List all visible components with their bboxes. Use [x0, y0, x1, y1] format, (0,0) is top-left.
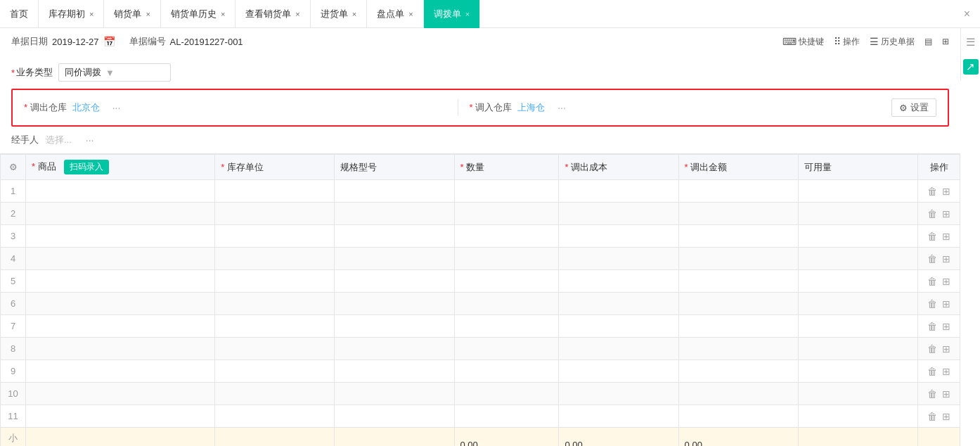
person-more-button[interactable]: ··· — [86, 134, 94, 146]
delete-icon-11[interactable]: 🗑 — [927, 411, 937, 422]
th-gear[interactable]: ⚙ — [1, 155, 26, 180]
unit-cell-5[interactable] — [215, 270, 335, 293]
sidebar-export-icon[interactable]: ↗ — [963, 59, 979, 75]
amount-cell-5[interactable] — [678, 270, 798, 293]
copy-icon-2[interactable]: ⊞ — [942, 208, 950, 219]
unit-cell-9[interactable] — [215, 360, 335, 383]
tab-inventory-check[interactable]: 盘点单 × — [367, 0, 423, 28]
copy-icon-7[interactable]: ⊞ — [942, 321, 950, 332]
product-cell-8[interactable] — [26, 338, 215, 360]
spec-cell-5[interactable] — [335, 270, 454, 293]
spec-cell-4[interactable] — [335, 248, 454, 270]
amount-cell-6[interactable] — [678, 293, 798, 315]
qty-cell-4[interactable] — [454, 248, 559, 270]
amount-cell-8[interactable] — [678, 338, 798, 360]
copy-icon-6[interactable]: ⊞ — [942, 298, 950, 310]
cost-cell-4[interactable] — [559, 248, 678, 270]
tab-close-inventory-check[interactable]: × — [408, 10, 413, 18]
spec-cell-2[interactable] — [335, 203, 454, 225]
tab-close-view-sales[interactable]: × — [295, 10, 299, 18]
unit-cell-7[interactable] — [215, 315, 335, 338]
cost-cell-2[interactable] — [559, 203, 678, 225]
in-warehouse-value[interactable]: 上海仓 — [517, 101, 545, 114]
cost-cell-6[interactable] — [559, 293, 678, 315]
qty-cell-6[interactable] — [454, 293, 559, 315]
tab-sales-order[interactable]: 销货单 × — [104, 0, 160, 28]
product-cell-7[interactable] — [26, 315, 215, 338]
qty-cell-3[interactable] — [454, 225, 559, 248]
product-cell-2[interactable] — [26, 203, 215, 225]
in-warehouse-more-button[interactable]: ··· — [557, 102, 566, 113]
delete-icon-5[interactable]: 🗑 — [927, 276, 937, 287]
unit-cell-4[interactable] — [215, 248, 335, 270]
amount-cell-7[interactable] — [678, 315, 798, 338]
spec-cell-8[interactable] — [335, 338, 454, 360]
spec-cell-6[interactable] — [335, 293, 454, 315]
qty-cell-5[interactable] — [454, 270, 559, 293]
tab-inventory-init[interactable]: 库存期初 × — [39, 0, 104, 28]
copy-icon-5[interactable]: ⊞ — [942, 276, 950, 287]
copy-icon-1[interactable]: ⊞ — [942, 186, 950, 197]
qty-cell-11[interactable] — [454, 405, 559, 428]
amount-cell-4[interactable] — [678, 248, 798, 270]
qty-cell-8[interactable] — [454, 338, 559, 360]
unit-cell-11[interactable] — [215, 405, 335, 428]
delete-icon-8[interactable]: 🗑 — [927, 343, 937, 355]
out-warehouse-value[interactable]: 北京仓 — [72, 101, 100, 114]
out-warehouse-more-button[interactable]: ··· — [112, 102, 121, 113]
product-cell-4[interactable] — [26, 248, 215, 270]
tab-transfer[interactable]: 调拨单 × — [424, 0, 480, 28]
settings-button[interactable]: ⚙ 设置 — [891, 98, 936, 117]
copy-icon-11[interactable]: ⊞ — [942, 411, 950, 422]
shortcuts-button[interactable]: ⌨ 快捷键 — [782, 36, 824, 48]
spec-cell-3[interactable] — [335, 225, 454, 248]
spec-cell-7[interactable] — [335, 315, 454, 338]
delete-icon-10[interactable]: 🗑 — [927, 388, 937, 400]
delete-icon-7[interactable]: 🗑 — [927, 321, 937, 332]
product-cell-1[interactable] — [26, 180, 215, 203]
operations-button[interactable]: ⠿ 操作 — [834, 36, 860, 48]
amount-cell-1[interactable] — [678, 180, 798, 203]
spec-cell-9[interactable] — [335, 360, 454, 383]
cost-cell-7[interactable] — [559, 315, 678, 338]
product-cell-6[interactable] — [26, 293, 215, 315]
layout-button2[interactable]: ⊞ — [942, 37, 949, 46]
cost-cell-1[interactable] — [559, 180, 678, 203]
calendar-icon[interactable]: 📅 — [103, 36, 115, 47]
cost-cell-8[interactable] — [559, 338, 678, 360]
copy-icon-8[interactable]: ⊞ — [942, 343, 950, 355]
unit-cell-1[interactable] — [215, 180, 335, 203]
copy-icon-3[interactable]: ⊞ — [942, 231, 950, 242]
amount-cell-9[interactable] — [678, 360, 798, 383]
delete-icon-4[interactable]: 🗑 — [927, 253, 937, 265]
tab-purchase-order[interactable]: 进货单 × — [311, 0, 367, 28]
delete-icon-1[interactable]: 🗑 — [927, 186, 937, 197]
copy-icon-4[interactable]: ⊞ — [942, 253, 950, 265]
product-cell-5[interactable] — [26, 270, 215, 293]
amount-cell-10[interactable] — [678, 383, 798, 405]
copy-icon-10[interactable]: ⊞ — [942, 388, 950, 400]
layout-button1[interactable]: ▤ — [924, 37, 932, 46]
copy-icon-9[interactable]: ⊞ — [942, 366, 950, 377]
scan-button[interactable]: 扫码录入 — [64, 160, 109, 174]
gear-icon[interactable]: ⚙ — [9, 162, 18, 172]
delete-icon-9[interactable]: 🗑 — [927, 366, 937, 377]
unit-cell-2[interactable] — [215, 203, 335, 225]
product-cell-9[interactable] — [26, 360, 215, 383]
spec-cell-11[interactable] — [335, 405, 454, 428]
person-select[interactable]: 选择... — [46, 134, 72, 146]
cost-cell-9[interactable] — [559, 360, 678, 383]
unit-cell-6[interactable] — [215, 293, 335, 315]
business-type-select[interactable]: 同价调拨 ▼ — [58, 63, 171, 82]
spec-cell-1[interactable] — [335, 180, 454, 203]
qty-cell-10[interactable] — [454, 383, 559, 405]
spec-cell-10[interactable] — [335, 383, 454, 405]
product-cell-11[interactable] — [26, 405, 215, 428]
tab-view-sales[interactable]: 查看销货单 × — [236, 0, 310, 28]
amount-cell-2[interactable] — [678, 203, 798, 225]
unit-cell-3[interactable] — [215, 225, 335, 248]
tab-close-inventory-init[interactable]: × — [89, 10, 94, 18]
tab-close-sales-order[interactable]: × — [146, 10, 150, 18]
amount-cell-11[interactable] — [678, 405, 798, 428]
window-close-button[interactable]: × — [954, 8, 980, 20]
